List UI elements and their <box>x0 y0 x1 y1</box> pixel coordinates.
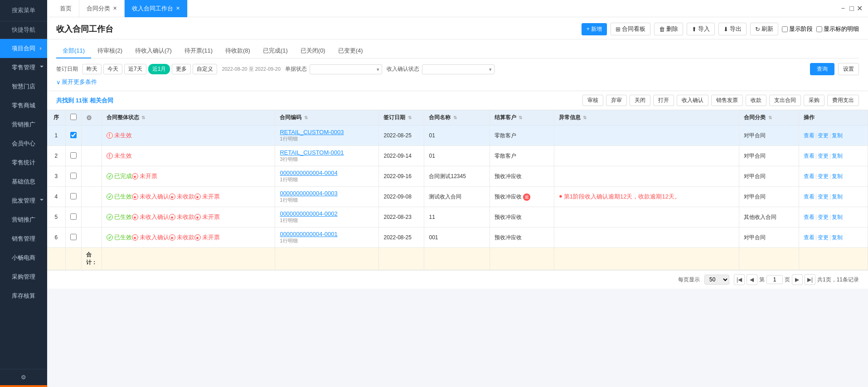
op-变更-4[interactable]: 变更 <box>818 214 829 220</box>
row-checkbox-4[interactable] <box>70 213 77 220</box>
sidebar-search[interactable]: 搜索菜单 <box>0 0 47 21</box>
action-btn-关闭[interactable]: 关闭 <box>630 95 650 106</box>
sort-code-icon[interactable]: ⇅ <box>304 115 308 120</box>
action-btn-支出合同[interactable]: 支出合同 <box>769 95 801 106</box>
page-first-btn[interactable]: |◀ <box>734 274 745 285</box>
row-checkbox-3[interactable] <box>70 193 77 199</box>
op-变更-1[interactable]: 变更 <box>818 153 829 159</box>
status-tab-pending_invoice[interactable]: 待开票(11) <box>178 44 219 58</box>
tab-contract-cat-close[interactable]: ✕ <box>113 5 117 11</box>
sort-customer-icon[interactable]: ⇅ <box>519 115 522 120</box>
tab-contract-cat[interactable]: 合同分类 ✕ <box>79 0 125 17</box>
op-查看-5[interactable]: 查看 <box>804 234 815 241</box>
sort-error-icon[interactable]: ⇅ <box>583 115 587 120</box>
more-btn[interactable]: 更多 <box>172 64 191 74</box>
op-变更-2[interactable]: 变更 <box>818 173 829 179</box>
code-link-4[interactable]: 0000000000004-0002 <box>280 210 337 217</box>
sidebar-item-retail_mgr[interactable]: 零售管理 <box>0 58 47 77</box>
last1m-btn[interactable]: 近1月 <box>148 64 170 74</box>
tab-income-workbench[interactable]: 收入合同工作台 ✕ <box>125 0 188 17</box>
op-查看-0[interactable]: 查看 <box>804 132 815 139</box>
refresh-btn[interactable]: ↻ 刷新 <box>750 23 778 35</box>
page-prev-btn[interactable]: ◀ <box>747 274 757 285</box>
op-变更-0[interactable]: 变更 <box>818 132 829 139</box>
op-变更-3[interactable]: 变更 <box>818 194 829 200</box>
op-复制-4[interactable]: 复制 <box>832 214 843 220</box>
status-tab-completed[interactable]: 已完成(1) <box>257 44 294 58</box>
action-btn-审核[interactable]: 审核 <box>582 95 603 106</box>
sidebar-item-marketing[interactable]: 营销推广 <box>0 115 47 134</box>
row-checkbox-2[interactable] <box>70 173 77 179</box>
page-input[interactable] <box>766 275 783 284</box>
op-查看-1[interactable]: 查看 <box>804 153 815 159</box>
sidebar-item-ecom[interactable]: 小畅电商 <box>0 248 47 267</box>
expand-conditions-btn[interactable]: ∨ 展开更多条件 <box>56 78 859 86</box>
status-tab-all[interactable]: 全部(11) <box>56 44 91 58</box>
op-变更-5[interactable]: 变更 <box>818 234 829 241</box>
action-btn-收款[interactable]: 收款 <box>746 95 766 106</box>
sidebar-quick-nav[interactable]: 快捷导航 <box>0 21 47 39</box>
show-stage-checkbox[interactable] <box>782 26 788 32</box>
sidebar-item-sales_mgr[interactable]: 销售管理 <box>0 229 47 248</box>
settings-btn[interactable]: 设置 <box>838 63 859 75</box>
op-查看-4[interactable]: 查看 <box>804 214 815 220</box>
sidebar-item-retail_mall[interactable]: 零售商城 <box>0 96 47 115</box>
op-复制-3[interactable]: 复制 <box>832 194 843 200</box>
status-tab-pending_income[interactable]: 待收入确认(7) <box>129 44 178 58</box>
action-btn-费用支出[interactable]: 费用支出 <box>827 95 859 106</box>
op-查看-2[interactable]: 查看 <box>804 173 815 179</box>
page-size-select[interactable]: 50 10 20 100 <box>704 275 729 285</box>
board-btn[interactable]: ⊞ 合同看板 <box>611 23 650 35</box>
sidebar-item-smart_store[interactable]: 智慧门店 <box>0 77 47 96</box>
code-link-2[interactable]: 0000000000004-0004 <box>280 169 337 176</box>
action-btn-弃审[interactable]: 弃审 <box>606 95 627 106</box>
yesterday-btn[interactable]: 昨天 <box>82 64 102 74</box>
code-link-3[interactable]: 0000000000004-0003 <box>280 190 337 197</box>
sidebar-item-project[interactable]: 项目合同 <box>0 39 47 58</box>
code-link-1[interactable]: RETAIL_CUSTOM-0001 <box>280 149 344 156</box>
op-复制-5[interactable]: 复制 <box>832 234 843 241</box>
last7-btn[interactable]: 近7天 <box>124 64 146 74</box>
sort-name-icon[interactable]: ⇅ <box>453 115 457 120</box>
doc-status-select[interactable] <box>310 64 382 74</box>
action-btn-采购[interactable]: 采购 <box>804 95 824 106</box>
row-checkbox-0[interactable] <box>70 132 77 138</box>
new-btn[interactable]: + 新增 <box>582 23 607 35</box>
action-btn-收入确认[interactable]: 收入确认 <box>677 95 708 106</box>
code-link-5[interactable]: 0000000000004-0001 <box>280 231 337 237</box>
row-checkbox-5[interactable] <box>70 234 77 240</box>
window-minimize[interactable]: － <box>839 4 847 13</box>
sidebar-item-wholesale_mgr[interactable]: 批发管理 <box>0 191 47 210</box>
status-tab-pending_review[interactable]: 待审核(2) <box>91 44 129 58</box>
import-btn[interactable]: ⬆ 导入 <box>687 23 715 35</box>
window-close[interactable]: ✕ <box>857 4 863 13</box>
sidebar-item-stock[interactable]: 库存核算 <box>0 286 47 305</box>
show-mark-checkbox[interactable] <box>816 26 822 32</box>
export-btn[interactable]: ⬇ 导出 <box>718 23 747 35</box>
table-settings-icon[interactable]: ⚙ <box>86 114 92 121</box>
sidebar-item-member[interactable]: 会员中心 <box>0 134 47 153</box>
window-maximize[interactable]: □ <box>849 5 854 13</box>
page-last-btn[interactable]: ▶| <box>805 274 815 285</box>
query-btn[interactable]: 查询 <box>810 63 834 75</box>
status-tab-pending_payment[interactable]: 待收款(8) <box>219 44 257 58</box>
sidebar-settings[interactable]: ⚙ <box>0 369 47 385</box>
sidebar-item-base_info[interactable]: 基础信息 <box>0 172 47 191</box>
today-btn[interactable]: 今天 <box>103 64 122 74</box>
page-next-btn[interactable]: ▶ <box>792 274 803 285</box>
tab-home[interactable]: 首页 <box>53 0 79 17</box>
sort-type-icon[interactable]: ⇅ <box>768 115 772 120</box>
status-tab-changed[interactable]: 已变更(4) <box>332 44 369 58</box>
op-复制-1[interactable]: 复制 <box>832 153 843 159</box>
op-复制-2[interactable]: 复制 <box>832 173 843 179</box>
row-checkbox-1[interactable] <box>70 152 77 159</box>
sidebar-item-retail_stat[interactable]: 零售统计 <box>0 153 47 172</box>
custom-btn[interactable]: 自定义 <box>193 64 217 74</box>
select-all-checkbox[interactable] <box>70 114 77 120</box>
sidebar-item-purchase[interactable]: 采购管理 <box>0 267 47 286</box>
code-link-0[interactable]: RETAIL_CUSTOM-0003 <box>280 129 344 135</box>
income-confirm-select[interactable] <box>422 64 495 74</box>
sidebar-item-marketing2[interactable]: 营销推广 <box>0 210 47 229</box>
action-btn-销售发票[interactable]: 销售发票 <box>711 95 743 106</box>
status-tab-closed[interactable]: 已关闭(0) <box>294 44 332 58</box>
